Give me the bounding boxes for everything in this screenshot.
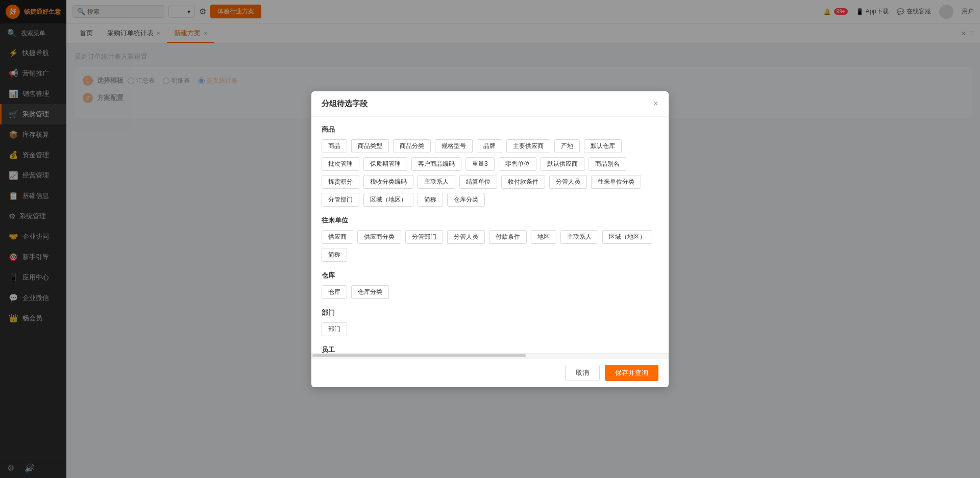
field-tag[interactable]: 主联系人	[560, 230, 598, 244]
field-tag[interactable]: 商品别名	[589, 157, 626, 171]
confirm-button[interactable]: 保存并查询	[605, 365, 658, 381]
field-tag[interactable]: 拣货积分	[322, 175, 359, 189]
field-tag[interactable]: 税收分类编码	[363, 175, 413, 189]
section-employee-title: 员工	[322, 345, 658, 354]
section-employee: 员工 业务员	[322, 345, 658, 354]
field-tag[interactable]: 产地	[554, 139, 580, 153]
section-partner-title: 往来单位	[322, 216, 658, 225]
field-tag[interactable]: 重量3	[465, 157, 495, 171]
field-tag[interactable]: 往来单位分类	[591, 175, 641, 189]
field-tag[interactable]: 商品	[322, 139, 347, 153]
section-warehouse-title: 仓库	[322, 271, 658, 280]
cancel-button[interactable]: 取消	[565, 365, 600, 381]
field-tag[interactable]: 区域（地区）	[363, 193, 413, 207]
section-goods: 商品 商品商品类型商品分类规格型号品牌主要供应商产地默认仓库批次管理保质期管理客…	[322, 125, 658, 207]
field-tag[interactable]: 仓库分类	[447, 193, 485, 207]
field-tag[interactable]: 默认供应商	[541, 157, 584, 171]
field-tag[interactable]: 结算单位	[459, 175, 497, 189]
field-tag[interactable]: 默认仓库	[584, 139, 622, 153]
modal-horizontal-scrollbar[interactable]	[311, 353, 669, 358]
field-tag[interactable]: 部门	[322, 322, 347, 336]
field-tag[interactable]: 付款条件	[489, 230, 527, 244]
field-tag[interactable]: 零售单位	[499, 157, 536, 171]
section-partner: 往来单位 供应商供应商分类分管部门分管人员付款条件地区主联系人区域（地区）简称	[322, 216, 658, 262]
section-goods-tags: 商品商品类型商品分类规格型号品牌主要供应商产地默认仓库批次管理保质期管理客户商品…	[322, 139, 658, 207]
field-tag[interactable]: 地区	[531, 230, 556, 244]
field-tag[interactable]: 品牌	[477, 139, 502, 153]
field-tag[interactable]: 商品类型	[351, 139, 389, 153]
field-tag[interactable]: 商品分类	[393, 139, 431, 153]
section-goods-title: 商品	[322, 125, 658, 134]
section-warehouse: 仓库 仓库仓库分类	[322, 271, 658, 299]
section-department: 部门 部门	[322, 308, 658, 336]
field-selection-modal: 分组待选字段 × 商品 商品商品类型商品分类规格型号品牌主要供应商产地默认仓库批…	[311, 91, 669, 387]
field-tag[interactable]: 保质期管理	[363, 157, 407, 171]
modal-header: 分组待选字段 ×	[311, 91, 669, 117]
field-tag[interactable]: 区域（地区）	[602, 230, 652, 244]
field-tag[interactable]: 规格型号	[435, 139, 473, 153]
modal-close-button[interactable]: ×	[653, 98, 658, 109]
field-tag[interactable]: 分管人员	[549, 175, 587, 189]
field-tag[interactable]: 分管人员	[447, 230, 485, 244]
section-warehouse-tags: 仓库仓库分类	[322, 285, 658, 299]
field-tag[interactable]: 供应商	[322, 230, 353, 244]
section-department-title: 部门	[322, 308, 658, 317]
section-partner-tags: 供应商供应商分类分管部门分管人员付款条件地区主联系人区域（地区）简称	[322, 230, 658, 262]
field-tag[interactable]: 批次管理	[322, 157, 359, 171]
modal-title: 分组待选字段	[322, 99, 368, 109]
field-tag[interactable]: 分管部门	[405, 230, 443, 244]
field-tag[interactable]: 客户商品编码	[411, 157, 461, 171]
field-tag[interactable]: 简称	[418, 193, 443, 207]
modal-footer: 取消 保存并查询	[311, 358, 669, 387]
field-tag[interactable]: 简称	[322, 248, 347, 262]
field-tag[interactable]: 收付款条件	[501, 175, 545, 189]
modal-overlay: 分组待选字段 × 商品 商品商品类型商品分类规格型号品牌主要供应商产地默认仓库批…	[0, 0, 980, 478]
field-tag[interactable]: 分管部门	[322, 193, 359, 207]
field-tag[interactable]: 主要供应商	[506, 139, 550, 153]
modal-body[interactable]: 商品 商品商品类型商品分类规格型号品牌主要供应商产地默认仓库批次管理保质期管理客…	[311, 117, 669, 354]
field-tag[interactable]: 仓库	[322, 285, 347, 299]
section-department-tags: 部门	[322, 322, 658, 336]
field-tag[interactable]: 仓库分类	[351, 285, 389, 299]
field-tag[interactable]: 主联系人	[418, 175, 455, 189]
field-tag[interactable]: 供应商分类	[357, 230, 401, 244]
